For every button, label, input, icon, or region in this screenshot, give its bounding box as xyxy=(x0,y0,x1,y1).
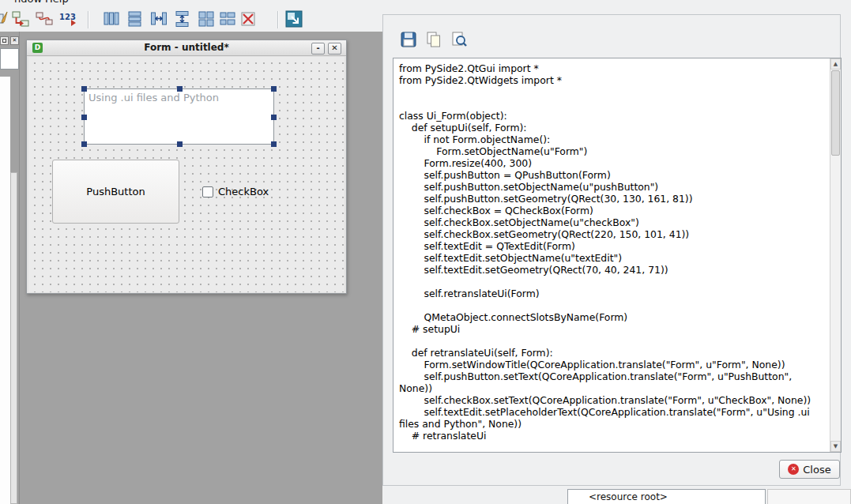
textedit-widget[interactable]: Using .ui files and Python xyxy=(84,88,274,145)
dock-close-icon: ✕ xyxy=(13,37,17,43)
layout-grid-icon[interactable] xyxy=(197,9,216,28)
dock-float-button[interactable] xyxy=(0,36,9,45)
resource-tree-view: <resource root> xyxy=(567,489,766,504)
resize-handle-top-center[interactable] xyxy=(177,86,183,92)
pushbutton-widget[interactable]: PushButton xyxy=(52,160,179,224)
layout-vertical-splitter-icon[interactable] xyxy=(173,9,192,28)
resize-handle-bottom-left[interactable] xyxy=(81,141,87,147)
break-layout-icon[interactable] xyxy=(239,9,258,28)
toolbar-separator xyxy=(88,11,88,28)
layout-vertical-icon[interactable] xyxy=(126,9,145,28)
tab-order-arrow xyxy=(71,20,76,26)
layout-grid-glyph xyxy=(197,9,216,28)
resize-handle-middle-right[interactable] xyxy=(271,115,277,120)
edit-widgets-glyph xyxy=(0,9,9,28)
find-icon[interactable] xyxy=(450,30,469,49)
resize-handle-top-left[interactable] xyxy=(81,86,87,92)
copy-icon[interactable] xyxy=(424,30,443,49)
edit-buddies-icon[interactable] xyxy=(35,9,54,28)
resource-root-item[interactable]: <resource root> xyxy=(589,491,668,502)
code-preview-dialog: from PySide2.QtGui import * from PySide2… xyxy=(382,14,841,486)
filter-box-fragment[interactable] xyxy=(0,48,19,70)
widget-list-scrollbar[interactable] xyxy=(10,172,17,504)
find-glyph xyxy=(450,30,469,49)
edit-buddies-glyph xyxy=(35,9,54,28)
widget-box-panel-fragment: ✕ xyxy=(0,32,20,504)
layout-horizontal-splitter-icon[interactable] xyxy=(149,9,168,28)
form-window-title: Form - untitled* xyxy=(27,42,346,53)
layout-horizontal-splitter-glyph xyxy=(149,9,168,28)
close-red-icon: ✕ xyxy=(788,464,799,475)
edit-signals-slots-glyph xyxy=(11,9,30,28)
textedit-placeholder: Using .ui files and Python xyxy=(88,92,219,103)
scroll-down-button[interactable]: ▼ xyxy=(830,441,841,452)
form-canvas[interactable]: Using .ui files and Python PushButton Ch… xyxy=(28,57,345,292)
form-window-titlebar[interactable]: D Form - untitled* - ✕ xyxy=(27,40,346,56)
form-editor-window: D Form - untitled* - ✕ Using .ui files a… xyxy=(26,39,347,294)
scrollbar-thumb[interactable] xyxy=(831,70,840,156)
break-layout-glyph xyxy=(239,9,258,28)
layout-vertical-splitter-glyph xyxy=(173,9,192,28)
code-view[interactable]: from PySide2.QtGui import * from PySide2… xyxy=(393,58,842,453)
main-toolbar: 123 xyxy=(0,9,382,32)
save-icon[interactable] xyxy=(399,30,418,49)
layout-horizontal-glyph xyxy=(102,9,121,28)
resource-side-panel xyxy=(767,489,851,504)
layout-form-icon[interactable] xyxy=(218,9,237,28)
mdi-area: D Form - untitled* - ✕ Using .ui files a… xyxy=(20,32,382,504)
widget-list-fragment[interactable] xyxy=(0,77,10,504)
toolbar-separator xyxy=(277,11,278,28)
resize-handle-top-right[interactable] xyxy=(271,86,277,92)
save-glyph xyxy=(399,30,418,49)
close-dialog-button[interactable]: ✕ Close xyxy=(779,460,840,479)
close-button[interactable]: ✕ xyxy=(328,43,341,55)
edit-widgets-icon[interactable] xyxy=(0,9,9,28)
copy-glyph xyxy=(424,30,443,49)
adjust-size-glyph xyxy=(284,9,303,28)
dock-close-button[interactable]: ✕ xyxy=(10,36,19,45)
edit-signals-slots-icon[interactable] xyxy=(11,9,30,28)
layout-form-glyph xyxy=(218,9,237,28)
minimize-button[interactable]: - xyxy=(311,43,325,55)
menubar: ndow Help xyxy=(0,0,174,6)
resource-browser-fragment: <resource root> xyxy=(567,489,851,504)
checkbox-widget[interactable]: CheckBox xyxy=(202,175,282,208)
code-scrollbar[interactable]: ▲ ▼ xyxy=(830,58,841,452)
layout-horizontal-icon[interactable] xyxy=(102,9,121,28)
checkbox-indicator[interactable] xyxy=(202,186,213,197)
float-icon xyxy=(2,39,6,43)
layout-vertical-glyph xyxy=(126,9,145,28)
menu-item-help[interactable]: Help xyxy=(45,0,69,5)
edit-tab-order-icon[interactable]: 123 xyxy=(58,9,77,28)
resize-handle-bottom-right[interactable] xyxy=(271,141,277,147)
close-button-label: Close xyxy=(803,464,830,476)
resize-handle-middle-left[interactable] xyxy=(81,115,87,120)
checkbox-label: CheckBox xyxy=(218,186,269,197)
scroll-up-button[interactable]: ▲ xyxy=(830,58,841,70)
code-text: from PySide2.QtGui import * from PySide2… xyxy=(393,58,830,452)
resize-handle-bottom-center[interactable] xyxy=(177,141,183,147)
menu-item-window[interactable]: ndow xyxy=(14,0,42,5)
adjust-size-icon[interactable] xyxy=(284,9,303,28)
